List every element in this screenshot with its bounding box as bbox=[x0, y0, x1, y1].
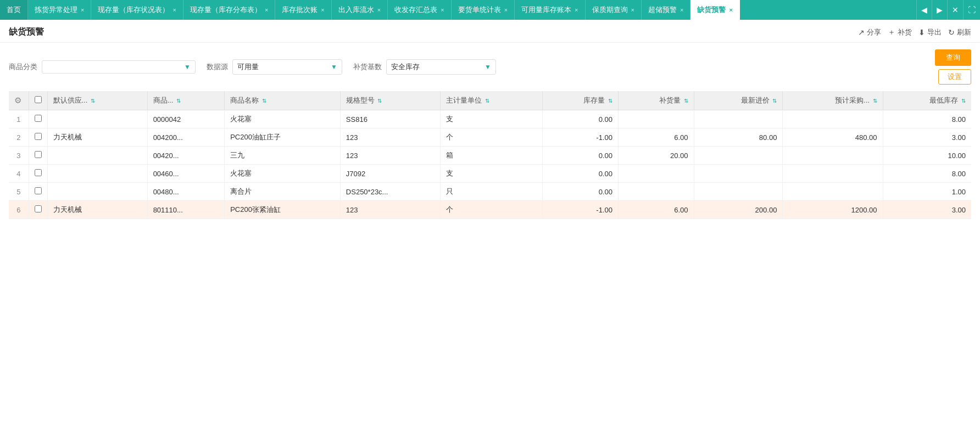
datasource-select-value: 可用量 bbox=[237, 62, 331, 72]
table-row: 6 力天机械 801110... PC200张紧油缸 123 个 -1.00 6… bbox=[9, 201, 971, 219]
setting-button[interactable]: 设置 bbox=[938, 69, 971, 85]
datasource-select[interactable]: 可用量 ▼ bbox=[232, 59, 342, 75]
tab-close-shortage[interactable]: × bbox=[729, 7, 732, 13]
row-checkbox[interactable] bbox=[35, 205, 42, 212]
select-all-checkbox[interactable] bbox=[35, 96, 42, 103]
row-checkbox[interactable] bbox=[35, 133, 42, 140]
tab-requisition[interactable]: 要货单统计表 × bbox=[452, 0, 515, 20]
tab-available[interactable]: 可用量库存账本 × bbox=[515, 0, 585, 20]
row-latest-price bbox=[694, 165, 783, 183]
replenish-sort-icon[interactable]: ⇅ bbox=[684, 98, 688, 104]
row-unit: 支 bbox=[441, 110, 543, 128]
tab-fullscreen-button[interactable]: ⛶ bbox=[963, 0, 980, 20]
row-num: 5 bbox=[9, 183, 29, 201]
header-actions: ↗ 分享 ＋ 补货 ⬇ 导出 ↻ 刷新 bbox=[858, 27, 971, 37]
tab-summary[interactable]: 收发存汇总表 × bbox=[388, 0, 451, 20]
replenish-icon: ＋ bbox=[888, 27, 895, 37]
row-checkbox[interactable] bbox=[35, 115, 42, 122]
table-row: 3 00420... 三九 123 箱 0.00 20.00 10.00 bbox=[9, 147, 971, 165]
row-product-name: 离合片 bbox=[225, 183, 341, 201]
page-header: 缺货预警 ↗ 分享 ＋ 补货 ⬇ 导出 ↻ 刷新 bbox=[0, 20, 980, 43]
product-name-sort-icon[interactable]: ⇅ bbox=[262, 98, 266, 104]
query-button[interactable]: 查询 bbox=[935, 49, 971, 66]
row-checkbox[interactable] bbox=[35, 187, 42, 194]
tab-shortage[interactable]: 缺货预警 × bbox=[691, 0, 739, 20]
row-checkbox-cell bbox=[29, 183, 47, 201]
replenish-select-value: 安全库存 bbox=[391, 62, 485, 72]
row-checkbox-cell bbox=[29, 147, 47, 165]
tab-picking[interactable]: 拣货异常处理 × bbox=[28, 0, 91, 20]
tab-expiry[interactable]: 保质期查询 × bbox=[586, 0, 642, 20]
unit-sort-icon[interactable]: ⇅ bbox=[485, 98, 489, 104]
filter-area: 商品分类 ▼ 数据源 可用量 ▼ 补货基数 安全库存 ▼ 查询 设置 bbox=[0, 43, 980, 91]
page-title: 缺货预警 bbox=[9, 26, 44, 38]
tab-close-batch[interactable]: × bbox=[321, 7, 324, 13]
row-product-code: 004200... bbox=[147, 128, 225, 147]
tab-close-inventory-status[interactable]: × bbox=[172, 7, 176, 13]
replenish-filter-group: 补货基数 安全库存 ▼ bbox=[353, 59, 496, 75]
row-checkbox[interactable] bbox=[35, 151, 42, 158]
replenish-dropdown-icon: ▼ bbox=[485, 63, 491, 71]
row-replenish: 6.00 bbox=[618, 128, 694, 147]
tab-overstock[interactable]: 超储预警 × bbox=[642, 0, 691, 20]
row-spec: 123 bbox=[340, 201, 440, 219]
row-supplier: 力天机械 bbox=[47, 128, 147, 147]
row-min-stock: 1.00 bbox=[883, 183, 971, 201]
row-product-name: 火花塞 bbox=[225, 110, 341, 128]
tab-inventory-dist[interactable]: 现存量（库存分布表） × bbox=[183, 0, 275, 20]
export-button[interactable]: ⬇ 导出 bbox=[918, 27, 942, 37]
refresh-button[interactable]: ↻ 刷新 bbox=[948, 27, 971, 37]
min-stock-sort-icon[interactable]: ⇅ bbox=[961, 98, 966, 104]
tab-close-expiry[interactable]: × bbox=[631, 7, 634, 13]
row-checkbox-cell bbox=[29, 128, 47, 147]
tab-close-summary[interactable]: × bbox=[441, 7, 444, 13]
row-product-code: 00480... bbox=[147, 183, 225, 201]
filter-actions: 查询 设置 bbox=[935, 49, 971, 85]
row-unit: 个 bbox=[441, 201, 543, 219]
row-stock: -1.00 bbox=[543, 201, 619, 219]
col-select-all bbox=[29, 91, 47, 110]
row-num: 4 bbox=[9, 165, 29, 183]
row-product-code: 00460... bbox=[147, 165, 225, 183]
tab-home[interactable]: 首页 bbox=[0, 0, 28, 20]
product-code-sort-icon[interactable]: ⇅ bbox=[176, 98, 181, 104]
tab-close-inventory-dist[interactable]: × bbox=[265, 7, 268, 13]
row-supplier bbox=[47, 183, 147, 201]
row-latest-price: 200.00 bbox=[694, 201, 783, 219]
tab-batch[interactable]: 库存批次账 × bbox=[275, 0, 331, 20]
row-spec: 123 bbox=[340, 128, 440, 147]
spec-sort-icon[interactable]: ⇅ bbox=[377, 98, 382, 104]
replenish-label: 补货 bbox=[898, 27, 912, 37]
table-header-row: ⚙ 默认供应... ⇅ 商品... ⇅ 商品名称 ⇅ bbox=[9, 91, 971, 110]
stock-sort-icon[interactable]: ⇅ bbox=[608, 98, 612, 104]
column-settings-icon[interactable]: ⚙ bbox=[14, 96, 21, 105]
row-checkbox-cell bbox=[29, 110, 47, 128]
row-stock: 0.00 bbox=[543, 165, 619, 183]
row-spec: J7092 bbox=[340, 165, 440, 183]
tab-next-button[interactable]: ▶ bbox=[932, 0, 947, 20]
tab-close-available[interactable]: × bbox=[575, 7, 578, 13]
replenish-select[interactable]: 安全库存 ▼ bbox=[386, 59, 496, 75]
tab-close-overstock[interactable]: × bbox=[680, 7, 683, 13]
share-button[interactable]: ↗ 分享 bbox=[858, 27, 881, 37]
row-est-purchase bbox=[783, 183, 883, 201]
est-purchase-sort-icon[interactable]: ⇅ bbox=[873, 98, 877, 104]
supplier-sort-icon[interactable]: ⇅ bbox=[91, 98, 95, 104]
tab-close-picking[interactable]: × bbox=[81, 7, 84, 13]
replenish-button[interactable]: ＋ 补货 bbox=[888, 27, 912, 37]
tab-close-button[interactable]: ✕ bbox=[947, 0, 963, 20]
category-select[interactable]: ▼ bbox=[42, 60, 196, 74]
row-checkbox[interactable] bbox=[35, 169, 42, 176]
tab-close-flow[interactable]: × bbox=[377, 7, 381, 13]
latest-price-sort-icon[interactable]: ⇅ bbox=[772, 98, 777, 104]
row-est-purchase bbox=[783, 110, 883, 128]
col-product-code: 商品... ⇅ bbox=[147, 91, 225, 110]
row-supplier bbox=[47, 110, 147, 128]
tab-inventory-status[interactable]: 现存量（库存状况表） × bbox=[91, 0, 183, 20]
tab-flow[interactable]: 出入库流水 × bbox=[332, 0, 388, 20]
tab-close-requisition[interactable]: × bbox=[504, 7, 508, 13]
tab-prev-button[interactable]: ◀ bbox=[916, 0, 932, 20]
category-dropdown-icon: ▼ bbox=[184, 63, 191, 71]
row-est-purchase: 1200.00 bbox=[783, 201, 883, 219]
col-est-purchase: 预计采购... ⇅ bbox=[783, 91, 883, 110]
